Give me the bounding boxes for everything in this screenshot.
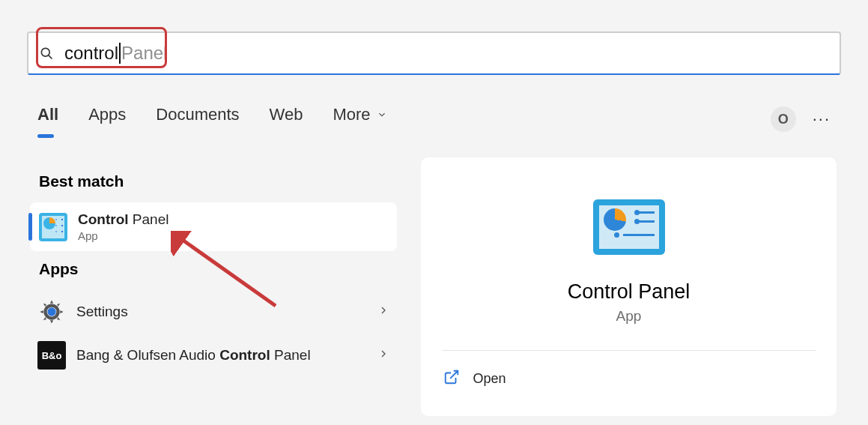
detail-title: Control Panel: [568, 280, 691, 304]
result-settings[interactable]: Settings: [30, 290, 397, 334]
chevron-right-icon: [377, 348, 389, 363]
svg-point-2: [47, 307, 55, 316]
chevron-right-icon: [377, 304, 389, 319]
tab-documents[interactable]: Documents: [156, 105, 239, 133]
tab-all[interactable]: All: [37, 105, 58, 133]
selection-indicator: [28, 213, 32, 241]
tab-label: Apps: [88, 105, 126, 124]
tab-label: All: [37, 105, 58, 124]
active-tab-indicator: [37, 134, 54, 138]
search-icon: [39, 46, 54, 61]
open-external-icon: [443, 369, 460, 389]
tab-label: Web: [270, 105, 303, 124]
text-caret: [119, 43, 121, 64]
avatar-initial: O: [778, 112, 789, 127]
result-subtitle: App: [78, 229, 388, 242]
tab-apps[interactable]: Apps: [88, 105, 126, 133]
search-typed-text: control: [64, 43, 118, 64]
result-control-panel[interactable]: Control Panel App: [31, 204, 395, 250]
chevron-down-icon: [377, 109, 387, 120]
result-title: Control Panel: [78, 211, 388, 228]
detail-pane: Control Panel App Open: [421, 157, 837, 416]
result-title: Bang & Olufsen Audio Control Panel: [76, 347, 377, 364]
search-input[interactable]: control Panel: [64, 43, 167, 64]
results-column: Best match Control Panel App Apps Settin…: [30, 163, 397, 377]
result-bang-olufsen[interactable]: B&o Bang & Olufsen Audio Control Panel: [30, 334, 397, 377]
tab-label: More: [333, 105, 370, 124]
apps-header: Apps: [30, 251, 397, 290]
gear-icon: [37, 298, 66, 326]
control-panel-large-icon: [593, 199, 665, 255]
result-title: Settings: [76, 304, 377, 320]
open-label: Open: [473, 371, 506, 387]
filter-tabs: All Apps Documents Web More O ···: [37, 105, 831, 133]
control-panel-icon: [39, 213, 67, 241]
detail-subtitle: App: [616, 308, 642, 325]
bang-olufsen-icon: B&o: [37, 341, 66, 370]
tab-web[interactable]: Web: [270, 105, 303, 133]
tab-label: Documents: [156, 105, 239, 124]
svg-line-1: [49, 55, 52, 59]
tab-more[interactable]: More: [333, 105, 386, 133]
open-action[interactable]: Open: [442, 351, 816, 407]
search-suggestion-text: Panel: [121, 43, 167, 64]
user-avatar[interactable]: O: [771, 106, 796, 132]
best-match-header: Best match: [30, 163, 397, 202]
svg-point-0: [41, 48, 49, 56]
best-match-card: Control Panel App: [30, 202, 397, 251]
more-options-button[interactable]: ···: [813, 109, 831, 129]
search-bar[interactable]: control Panel: [27, 31, 841, 75]
